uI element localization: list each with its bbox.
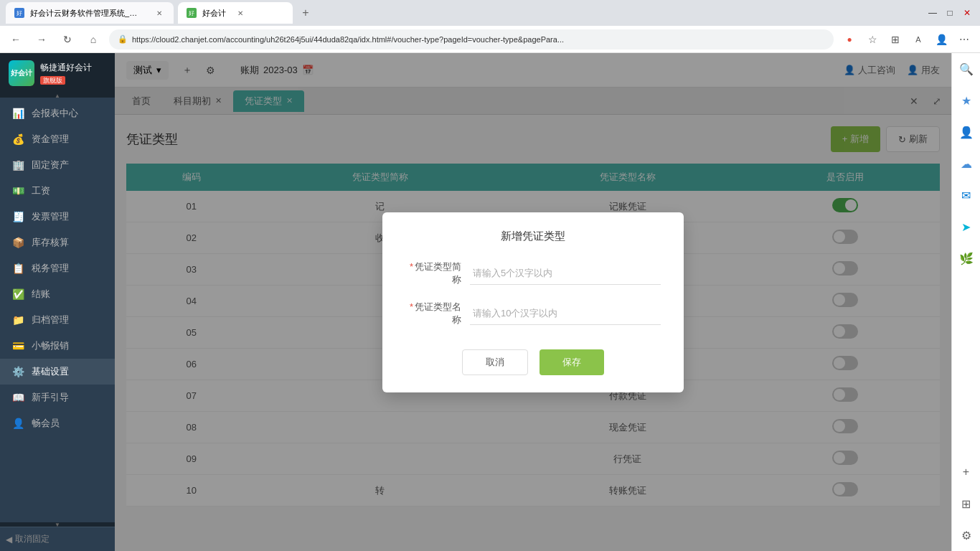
url-text: https://cloud2.chanjet.com/accounting/uh…	[132, 35, 564, 44]
right-arrow-icon[interactable]: ➤	[956, 217, 976, 237]
pin-icon: ◀	[6, 534, 12, 545]
sidebar-item-fixed-assets[interactable]: 🏢 固定资产	[0, 152, 115, 178]
tab2-close[interactable]: ✕	[235, 7, 246, 19]
sidebar-item-label-expense: 小畅报销	[32, 339, 69, 352]
address-bar: ← → ↻ ⌂ 🔒 https://cloud2.chanjet.com/acc…	[0, 26, 980, 53]
dashboard-icon: 📊	[11, 107, 24, 120]
tax-icon: 📋	[11, 262, 24, 275]
sidebar-item-label-salary: 工资	[32, 184, 50, 197]
browser-chrome: 好 好会计云财务软件管理系统_会计 ✕ 好 好会计 ✕ + — □ ✕	[0, 0, 980, 26]
maximize-button[interactable]: □	[943, 6, 957, 20]
sidebar-item-label-invoice: 发票管理	[32, 210, 69, 223]
tab-search-icon[interactable]: ⊞	[885, 29, 905, 50]
sidebar-item-archive[interactable]: 📁 归档管理	[0, 307, 115, 333]
extensions-icon[interactable]: ●	[839, 29, 859, 50]
sidebar-item-label-guide: 新手引导	[32, 391, 69, 404]
right-cloud-icon[interactable]: ☁	[956, 154, 976, 174]
member-icon: 👤	[11, 417, 24, 430]
form-label-abbr: 凭证类型简称	[405, 260, 470, 286]
archive-icon: 📁	[11, 314, 24, 326]
sidebar-item-guide[interactable]: 📖 新手引导	[0, 385, 115, 410]
browser-toolbar-icons: ● ☆ ⊞ A 👤 ⋯	[839, 29, 974, 50]
inventory-icon: 📦	[11, 236, 24, 249]
right-search-icon[interactable]: 🔍	[956, 59, 976, 79]
sidebar-item-label-fixed-assets: 固定资产	[32, 159, 69, 171]
new-voucher-modal: 新增凭证类型 凭证类型简称 凭证类型名称 取消 保存	[382, 212, 684, 392]
modal-overlay: 新增凭证类型 凭证类型简称 凭证类型名称 取消 保存	[115, 53, 951, 551]
forward-button[interactable]: →	[32, 29, 52, 50]
sidebar-item-tax[interactable]: 📋 税务管理	[0, 255, 115, 281]
sidebar-item-salary[interactable]: 💵 工资	[0, 178, 115, 204]
home-button[interactable]: ⌂	[83, 29, 103, 50]
sidebar-item-member[interactable]: 👤 畅会员	[0, 410, 115, 436]
right-star-icon[interactable]: ★	[956, 90, 976, 110]
settings-icon: ⚙️	[11, 365, 24, 378]
sidebar-item-label-archive: 归档管理	[32, 314, 69, 326]
sidebar-item-checkout[interactable]: ✅ 结账	[0, 281, 115, 307]
browser-tab-2[interactable]: 好 好会计 ✕	[178, 2, 293, 24]
invoice-icon: 🧾	[11, 210, 24, 223]
form-row-name: 凭证类型名称	[405, 301, 661, 326]
sidebar-item-label-tax: 税务管理	[32, 262, 69, 275]
tab2-label: 好会计	[202, 8, 226, 19]
new-tab-button[interactable]: +	[297, 4, 314, 22]
sidebar-item-settings[interactable]: ⚙️ 基础设置	[0, 359, 115, 385]
font-icon[interactable]: A	[908, 29, 928, 50]
cancel-fixed-button[interactable]: ◀ 取消固定	[0, 527, 115, 551]
sidebar: 好会计 畅捷通好会计 旗舰版 ▲ 📊 会报表中心 💰 资金管理 🏢 固定资产	[0, 53, 115, 551]
tab1-favicon: 好	[14, 8, 24, 18]
right-user-icon[interactable]: 👤	[956, 122, 976, 142]
more-icon[interactable]: ⋯	[954, 29, 974, 50]
tab1-label: 好会计云财务软件管理系统_会计	[30, 8, 145, 19]
right-leaf-icon[interactable]: 🌿	[956, 248, 976, 268]
sidebar-item-invoice[interactable]: 🧾 发票管理	[0, 204, 115, 230]
expense-icon: 💳	[11, 339, 24, 352]
checkout-icon: ✅	[11, 288, 24, 301]
reload-button[interactable]: ↻	[57, 29, 77, 50]
right-panel: 🔍 ★ 👤 ☁ ✉ ➤ 🌿 + ⊞ ⚙	[951, 53, 980, 551]
fixed-assets-icon: 🏢	[11, 159, 24, 171]
right-plus-icon[interactable]: +	[956, 462, 976, 482]
url-bar[interactable]: 🔒 https://cloud2.chanjet.com/accounting/…	[109, 29, 834, 50]
tab1-close[interactable]: ✕	[154, 7, 165, 19]
lock-icon: 🔒	[118, 34, 128, 44]
sidebar-item-label-checkout: 结账	[32, 288, 50, 301]
right-gear-icon[interactable]: ⚙	[956, 525, 976, 545]
sidebar-item-dashboard[interactable]: 📊 会报表中心	[0, 100, 115, 126]
form-row-abbr: 凭证类型简称	[405, 260, 661, 286]
logo-badge: 旗舰版	[40, 74, 92, 85]
sidebar-item-capital[interactable]: 💰 资金管理	[0, 126, 115, 152]
window-controls: — □ ✕	[925, 6, 974, 20]
voucher-name-input[interactable]	[470, 302, 661, 325]
logo-text: 畅捷通好会计 旗舰版	[40, 62, 92, 85]
modal-cancel-button[interactable]: 取消	[462, 349, 528, 375]
logo-icon: 好会计	[9, 60, 34, 86]
tab2-favicon: 好	[187, 8, 197, 18]
form-label-name: 凭证类型名称	[405, 301, 470, 326]
modal-actions: 取消 保存	[405, 349, 661, 375]
minimize-button[interactable]: —	[925, 6, 940, 20]
capital-icon: 💰	[11, 133, 24, 146]
modal-save-button[interactable]: 保存	[540, 349, 604, 375]
salary-icon: 💵	[11, 184, 24, 197]
bookmark-star-icon[interactable]: ☆	[862, 29, 882, 50]
sidebar-item-inventory[interactable]: 📦 库存核算	[0, 230, 115, 255]
browser-tab-1[interactable]: 好 好会计云财务软件管理系统_会计 ✕	[6, 2, 174, 24]
modal-title: 新增凭证类型	[405, 230, 661, 243]
voucher-abbr-input[interactable]	[470, 262, 661, 285]
sidebar-items: 📊 会报表中心 💰 资金管理 🏢 固定资产 💵 工资 🧾 发票管理 📦	[0, 98, 115, 522]
sidebar-item-label-capital: 资金管理	[32, 133, 69, 146]
right-grid-icon[interactable]: ⊞	[956, 494, 976, 514]
sidebar-logo: 好会计 畅捷通好会计 旗舰版	[0, 53, 115, 93]
back-button[interactable]: ←	[6, 29, 26, 50]
sidebar-item-label-member: 畅会员	[32, 417, 60, 430]
guide-icon: 📖	[11, 391, 24, 404]
close-button[interactable]: ✕	[960, 6, 974, 20]
sidebar-item-label-dashboard: 会报表中心	[32, 107, 78, 120]
logo-name: 畅捷通好会计	[40, 62, 92, 74]
sidebar-item-label-settings: 基础设置	[32, 365, 69, 378]
right-outlook-icon[interactable]: ✉	[956, 185, 976, 205]
sidebar-item-label-inventory: 库存核算	[32, 236, 69, 249]
sidebar-item-expense[interactable]: 💳 小畅报销	[0, 333, 115, 359]
profile-icon[interactable]: 👤	[931, 29, 951, 50]
